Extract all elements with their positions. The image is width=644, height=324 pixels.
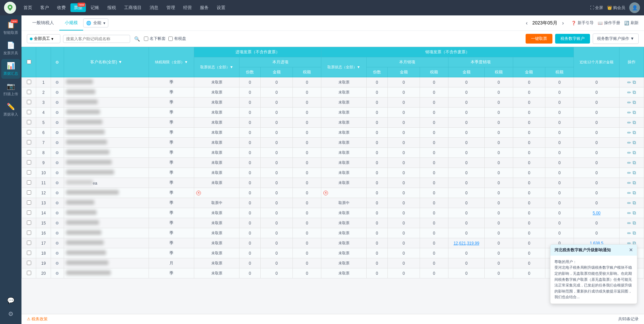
edit-icon[interactable]: ✏ [627, 100, 631, 105]
row-gear-icon[interactable]: ⚙ [55, 171, 59, 175]
one-click-ticket-button[interactable]: 一键取票 [526, 34, 552, 44]
row-gear-icon[interactable]: ⚙ [55, 150, 59, 155]
row-checkbox[interactable] [27, 231, 31, 235]
nav-accounting[interactable]: 记账 [87, 3, 103, 12]
edit-icon[interactable]: ✏ [627, 190, 631, 196]
row-gear-icon[interactable]: ⚙ [55, 211, 59, 215]
edit-icon[interactable]: ✏ [627, 170, 631, 176]
guide-button[interactable]: ❓ 新手引导 [571, 20, 594, 26]
copy-icon[interactable]: ⧉ [633, 160, 636, 166]
next-month-button[interactable]: › [560, 19, 566, 27]
row-checkbox[interactable] [27, 160, 31, 165]
row-checkbox[interactable] [27, 150, 31, 154]
nav-home[interactable]: 首页 [20, 3, 36, 12]
edit-icon[interactable]: ✏ [627, 210, 631, 216]
sidebar-item-scan-upload[interactable]: 📷 扫描上传 [1, 79, 20, 99]
sidebar-item-invoice-entry[interactable]: ✏️ 票据录入 [1, 100, 20, 120]
row-checkbox[interactable] [27, 140, 31, 144]
copy-icon[interactable]: ⧉ [633, 200, 636, 206]
search-button[interactable]: 🔍 [133, 35, 141, 43]
copy-icon[interactable]: ⧉ [633, 170, 636, 176]
row-gear-icon[interactable]: ⚙ [55, 120, 59, 125]
copy-icon[interactable]: ⧉ [633, 110, 636, 115]
copy-icon[interactable]: ⧉ [633, 130, 636, 135]
sidebar-item-invoice-open[interactable]: 📄 发票开具 [1, 39, 20, 58]
row-gear-icon[interactable]: ⚙ [55, 271, 59, 276]
digital-account-op-button[interactable]: 税务数字账户操作 ▼ [593, 34, 639, 44]
copy-icon[interactable]: ⧉ [633, 150, 636, 155]
nav-client[interactable]: 客户 [37, 3, 52, 12]
th-12m[interactable]: 近续12个月累计金额 [574, 47, 620, 77]
th-output-status[interactable]: 取票状态（全部）▼ [321, 57, 366, 77]
edit-icon[interactable]: ✏ [627, 110, 631, 115]
row-gear-icon[interactable]: ⚙ [55, 110, 59, 115]
copy-icon[interactable]: ⧉ [633, 140, 636, 145]
notification-close-button[interactable]: ✕ [629, 247, 633, 253]
row-gear-icon[interactable]: ⚙ [55, 181, 59, 185]
tab-general-taxpayer[interactable]: 一般纳税人 [27, 16, 59, 30]
edit-icon[interactable]: ✏ [627, 130, 631, 135]
ledger-checkbox[interactable] [144, 37, 148, 41]
edit-icon[interactable]: ✏ [627, 200, 631, 206]
sidebar-bottom-icon-2[interactable]: ⚙ [5, 308, 17, 320]
tax-disk-checkbox[interactable] [168, 37, 173, 41]
edit-icon[interactable]: ✏ [627, 140, 631, 145]
nav-message[interactable]: 消息 [146, 3, 162, 12]
copy-icon[interactable]: ⧉ [633, 220, 636, 226]
copy-icon[interactable]: ⧉ [633, 100, 636, 105]
edit-icon[interactable]: ✏ [627, 90, 631, 95]
member-button[interactable]: 👑 购会员 [607, 5, 625, 11]
row-checkbox[interactable] [27, 241, 31, 245]
nav-operation[interactable]: 经营 [180, 3, 195, 12]
sidebar-bottom-icon-1[interactable]: 💬 [5, 295, 17, 307]
edit-icon[interactable]: ✏ [627, 160, 631, 166]
tax-policy-link[interactable]: ⚠ 税务政策 [27, 316, 48, 322]
sidebar-item-invoice-summary[interactable]: 📊 票据汇总 [1, 59, 20, 79]
row-gear-icon[interactable]: ⚙ [55, 231, 59, 236]
row-gear-icon[interactable]: ⚙ [55, 221, 59, 225]
row-checkbox[interactable] [27, 220, 31, 225]
copy-icon[interactable]: ⧉ [633, 180, 636, 186]
row-gear-icon[interactable]: ⚙ [55, 100, 59, 105]
row-checkbox[interactable] [27, 100, 31, 104]
copy-icon[interactable]: ⧉ [633, 210, 636, 216]
copy-icon[interactable]: ⧉ [633, 79, 636, 85]
copy-icon[interactable]: ⧉ [633, 230, 636, 236]
row-checkbox[interactable] [27, 271, 31, 275]
nav-manage[interactable]: 管理 [163, 3, 178, 12]
manual-button[interactable]: 📖 操作手册 [598, 20, 620, 26]
row-gear-icon[interactable]: ⚙ [55, 130, 59, 135]
row-checkbox[interactable] [27, 190, 31, 195]
row-gear-icon[interactable]: ⚙ [55, 191, 59, 195]
user-avatar[interactable]: 👤 [629, 2, 640, 13]
row-checkbox[interactable] [27, 170, 31, 175]
app-logo[interactable] [4, 2, 16, 14]
row-checkbox[interactable] [27, 261, 31, 265]
select-all-checkbox[interactable] [27, 60, 31, 64]
row-checkbox[interactable] [27, 180, 31, 185]
row-checkbox[interactable] [27, 80, 31, 84]
nav-fee[interactable]: 收费 [54, 3, 69, 12]
row-gear-icon[interactable]: ⚙ [55, 251, 59, 256]
edit-icon[interactable]: ✏ [627, 231, 631, 236]
nav-settings[interactable]: 设置 [213, 3, 229, 12]
row-gear-icon[interactable]: ⚙ [55, 201, 59, 205]
th-input-status[interactable]: 取票状态（全部）▼ [194, 57, 239, 77]
row-gear-icon[interactable]: ⚙ [55, 160, 59, 165]
tax-disk-checkbox-label[interactable]: 有税盘 [168, 36, 186, 42]
ledger-checkbox-label[interactable]: 名下帐套 [144, 36, 166, 42]
tab-full[interactable]: 🌐 全能 ▾ [83, 18, 108, 27]
edit-icon[interactable]: ✏ [627, 150, 631, 155]
row-checkbox[interactable] [27, 120, 31, 124]
row-gear-icon[interactable]: ⚙ [55, 90, 59, 95]
nav-business[interactable]: 工商项目 [121, 3, 145, 12]
copy-icon[interactable]: ⧉ [633, 120, 636, 125]
prev-month-button[interactable]: ‹ [524, 19, 530, 27]
edit-icon[interactable]: ✏ [627, 80, 631, 85]
nav-invoice[interactable]: 票据 new [70, 3, 86, 12]
row-checkbox[interactable] [27, 210, 31, 215]
row-checkbox[interactable] [27, 251, 31, 255]
th-freq[interactable]: 纳税期限（全部）▼ [149, 47, 194, 77]
tab-small-scale[interactable]: 小规模 [59, 16, 83, 30]
digital-account-button[interactable]: 税务数字账户 [555, 34, 590, 44]
